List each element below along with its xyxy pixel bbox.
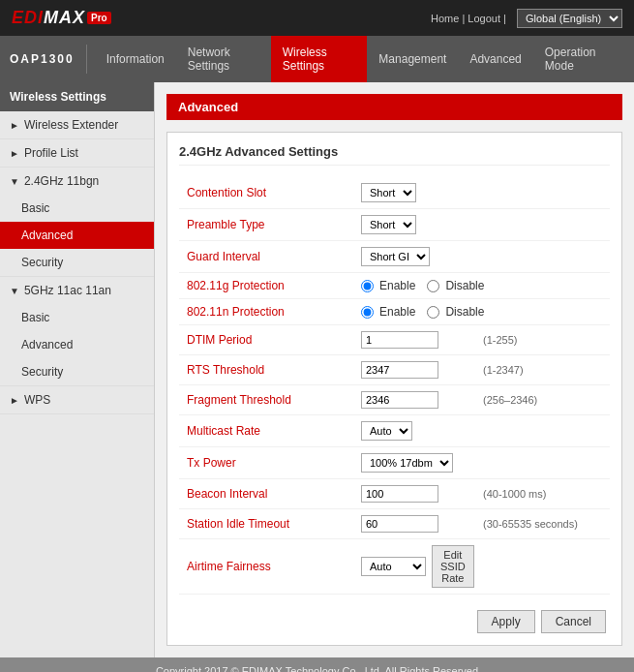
field-value-multicast-rate: Auto 6 9 12 [353,415,469,447]
sidebar-section-wps: ► WPS [0,386,154,414]
80211g-enable-label[interactable]: Enable [361,279,415,292]
sidebar-section-24ghz: ▼ 2.4GHz 11bgn Basic Advanced Security [0,168,154,277]
page-header: Advanced [166,94,622,120]
navbar-brand: OAP1300 [10,45,87,74]
edit-ssid-rate-button[interactable]: Edit SSID Rate [432,545,474,588]
beacon-hint: (40-1000 ms) [469,479,610,509]
80211n-enable-radio[interactable] [361,306,374,319]
fragment-hint: (256–2346) [469,385,610,415]
field-label-station-idle-timeout: Station Idle Timeout [179,509,353,539]
rts-hint: (1-2347) [469,355,610,385]
field-label-preamble-type: Preamble Type [179,209,353,241]
language-select[interactable]: Global (English) [517,9,622,28]
sidebar-item-24ghz-advanced[interactable]: Advanced [0,222,154,249]
beacon-interval-input[interactable] [361,485,438,503]
fragment-threshold-input[interactable] [361,391,438,409]
field-label-rts-threshold: RTS Threshold [179,355,353,385]
tx-power-select[interactable]: 100% 17dbm 75% 15dbm 50% 12dbm 25% 9dbm [361,453,453,473]
field-value-dtim-period [353,325,469,355]
field-label-tx-power: Tx Power [179,447,353,479]
table-row: Fragment Threshold (256–2346) [179,385,610,415]
multicast-rate-select[interactable]: Auto 6 9 12 [361,421,412,441]
sidebar-item-5ghz[interactable]: ▼ 5GHz 11ac 11an [0,277,154,304]
field-label-80211g-protection: 802.11g Protection [179,273,353,299]
nav-information[interactable]: Information [95,43,176,76]
80211g-disable-label[interactable]: Disable [427,279,484,292]
sidebar-item-5ghz-security[interactable]: Security [0,358,154,385]
logo: EDIMAX Pro [12,8,111,28]
sidebar-item-24ghz-basic[interactable]: Basic [0,195,154,222]
nav-operation-mode[interactable]: Operation Mode [533,36,624,82]
nav-network-settings[interactable]: Network Settings [176,36,271,82]
settings-box: 2.4GHz Advanced Settings Contention Slot… [166,132,622,646]
sidebar-item-24ghz[interactable]: ▼ 2.4GHz 11bgn [0,168,154,195]
separator2: | [503,13,509,24]
cancel-button[interactable]: Cancel [541,610,606,633]
field-value-station-idle-timeout [353,509,469,539]
airtime-fairness-select[interactable]: Auto Enable Disable [361,557,426,576]
buttons-row: Apply Cancel [179,610,610,633]
field-label-dtim-period: DTIM Period [179,325,353,355]
sidebar: Wireless Settings ► Wireless Extender ► … [0,82,155,657]
table-row: Tx Power 100% 17dbm 75% 15dbm 50% 12dbm … [179,447,610,479]
80211g-enable-text: Enable [379,279,415,292]
arrow-icon: ► [10,395,19,406]
arrow-icon: ► [10,148,19,159]
logo-edimax-text: EDIMAX [12,8,85,28]
sidebar-item-5ghz-basic[interactable]: Basic [0,304,154,331]
table-row: RTS Threshold (1-2347) [179,355,610,385]
table-row: Station Idle Timeout (30-65535 seconds) [179,509,610,539]
home-link[interactable]: Home [431,13,459,24]
form-table: Contention Slot Short Long Preamble Type [179,177,610,595]
field-value-80211n-protection: Enable Disable [353,299,610,325]
preamble-type-select[interactable]: Short Long [361,215,416,234]
dtim-period-input[interactable] [361,331,438,349]
80211n-radio-group: Enable Disable [361,305,602,319]
nav-management[interactable]: Management [367,43,458,76]
table-row: Multicast Rate Auto 6 9 12 [179,415,610,447]
nav-wireless-settings[interactable]: Wireless Settings [271,36,368,82]
sidebar-item-wps[interactable]: ► WPS [0,386,154,413]
80211g-disable-text: Disable [445,279,484,292]
80211n-enable-label[interactable]: Enable [361,305,415,319]
rts-threshold-input[interactable] [361,361,438,379]
header-links: Home | Logout | Global (English) [431,9,622,28]
station-idle-timeout-input[interactable] [361,515,438,533]
navbar: OAP1300 Information Network Settings Wir… [0,36,634,82]
arrow-icon: ► [10,120,19,131]
logo-pro-badge: Pro [87,12,111,24]
guard-interval-select[interactable]: Short GI Long GI [361,247,430,266]
80211g-radio-group: Enable Disable [361,279,602,292]
contention-slot-select[interactable]: Short Long [361,183,416,202]
field-value-contention-slot: Short Long [353,177,469,209]
sidebar-item-24ghz-security[interactable]: Security [0,249,154,276]
station-hint: (30-65535 seconds) [469,509,610,539]
field-label-fragment-threshold: Fragment Threshold [179,385,353,415]
nav-advanced[interactable]: Advanced [458,43,532,76]
table-row: Airtime Fairness Auto Enable Disable Edi… [179,539,610,595]
table-row: 802.11g Protection Enable Disable [179,273,610,299]
field-label-guard-interval: Guard Interval [179,241,353,273]
table-row: 802.11n Protection Enable Disable [179,299,610,325]
field-value-guard-interval: Short GI Long GI [353,241,469,273]
sidebar-item-5ghz-advanced[interactable]: Advanced [0,331,154,358]
field-label-contention-slot: Contention Slot [179,177,353,209]
field-label-multicast-rate: Multicast Rate [179,415,353,447]
80211g-enable-radio[interactable] [361,280,374,292]
sidebar-item-wireless-extender[interactable]: ► Wireless Extender [0,111,154,138]
header: EDIMAX Pro Home | Logout | Global (Engli… [0,0,634,36]
sidebar-section-profile: ► Profile List [0,139,154,168]
field-value-beacon-interval [353,479,469,509]
sidebar-item-profile-list[interactable]: ► Profile List [0,139,154,167]
80211n-disable-label[interactable]: Disable [427,305,484,319]
table-row: Guard Interval Short GI Long GI [179,241,610,273]
logout-link[interactable]: Logout [468,13,500,24]
80211g-disable-radio[interactable] [427,280,439,292]
apply-button[interactable]: Apply [477,610,535,633]
field-value-80211g-protection: Enable Disable [353,273,610,299]
80211n-enable-text: Enable [379,305,415,319]
80211n-disable-radio[interactable] [427,306,439,319]
table-row: Beacon Interval (40-1000 ms) [179,479,610,509]
dtim-hint: (1-255) [469,325,610,355]
sidebar-section-extender: ► Wireless Extender [0,111,154,139]
